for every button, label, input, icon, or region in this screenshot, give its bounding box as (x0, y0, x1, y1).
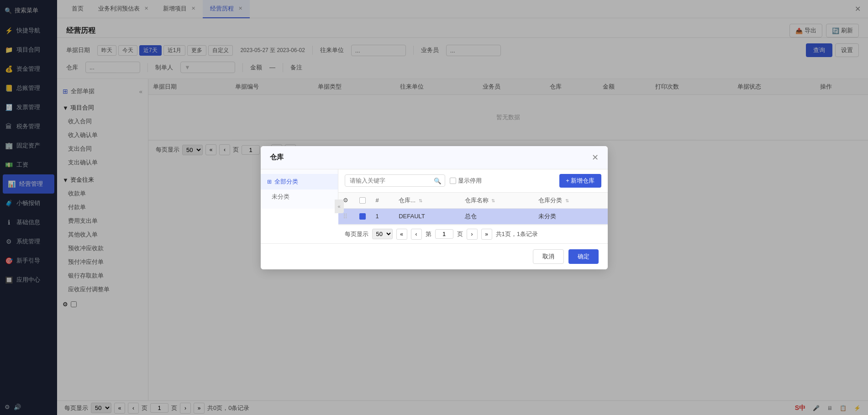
modal-cell-name: 总仓 (460, 208, 534, 224)
modal-table-header-row: ⚙ # 仓库... ⇅ (338, 193, 608, 209)
modal-cell-code: DEFAULT (394, 208, 460, 224)
row-checkbox-1[interactable] (359, 213, 366, 220)
modal-pagination: 每页显示 50 « ‹ 第 页 › » 共1页，1条记录 (338, 225, 608, 243)
sort-icon-category[interactable]: ⇅ (565, 198, 569, 203)
sort-icon-code[interactable]: ⇅ (419, 198, 422, 203)
modal-col-name: 仓库名称 ⇅ (460, 193, 534, 209)
modal-close-button[interactable]: ✕ (592, 152, 599, 163)
drag-icon: ⠿ (343, 213, 347, 220)
modal-search-button[interactable]: 🔍 (434, 177, 442, 184)
modal-tree-unclassified[interactable]: 未分类 (261, 189, 338, 204)
modal-cell-category: 未分类 (534, 208, 607, 224)
show-disabled-checkbox[interactable] (450, 178, 456, 184)
modal-header: 仓库 ✕ (261, 146, 608, 169)
modal-footer-actions: 取消 确定 (261, 243, 608, 269)
show-disabled-wrap: 显示停用 (450, 177, 482, 185)
modal-cell-num: 1 (371, 208, 395, 224)
modal-page-next[interactable]: › (467, 229, 478, 240)
modal-confirm-button[interactable]: 确定 (568, 249, 599, 264)
modal-table-row-1[interactable]: ⠿ 1 DEFAULT 总仓 未分类 (338, 208, 608, 224)
modal-per-page-select[interactable]: 50 (372, 229, 393, 239)
grid-icon-modal: ⊞ (267, 179, 272, 185)
modal-cell-checkbox (355, 208, 371, 224)
modal-tree-collapse-button[interactable]: « (335, 200, 344, 213)
modal-overlay[interactable]: 仓库 ✕ ⊞ 全部分类 未分类 « (0, 0, 868, 415)
add-warehouse-button[interactable]: + 新增仓库 (559, 174, 601, 188)
modal-table: ⚙ # 仓库... ⇅ (338, 193, 608, 225)
modal-page-input[interactable] (435, 229, 453, 239)
modal-col-category: 仓库分类 ⇅ (534, 193, 607, 209)
modal-page-prev[interactable]: ‹ (411, 229, 422, 240)
modal-toolbar: 🔍 显示停用 + 新增仓库 (338, 169, 608, 193)
modal-tree-all[interactable]: ⊞ 全部分类 (261, 174, 338, 189)
sort-icon-name[interactable]: ⇅ (491, 198, 495, 203)
warehouse-modal: 仓库 ✕ ⊞ 全部分类 未分类 « (261, 146, 608, 269)
modal-search-wrap: 🔍 (345, 174, 445, 187)
modal-col-code: 仓库... ⇅ (394, 193, 460, 209)
modal-title: 仓库 (270, 153, 284, 162)
modal-cancel-button[interactable]: 取消 (533, 249, 564, 264)
modal-col-checkbox (355, 193, 371, 209)
modal-content-right: 🔍 显示停用 + 新增仓库 ⚙ (338, 169, 608, 243)
modal-tree: ⊞ 全部分类 未分类 (261, 169, 338, 209)
modal-search-input[interactable] (345, 174, 445, 187)
modal-body: ⊞ 全部分类 未分类 « 🔍 (261, 169, 608, 243)
select-all-checkbox[interactable] (359, 197, 366, 204)
modal-page-last[interactable]: » (481, 229, 492, 240)
modal-table-wrap: ⚙ # 仓库... ⇅ (338, 193, 608, 225)
modal-page-first[interactable]: « (396, 229, 407, 240)
modal-col-num: # (371, 193, 395, 209)
modal-tree-container: ⊞ 全部分类 未分类 « (261, 169, 338, 243)
